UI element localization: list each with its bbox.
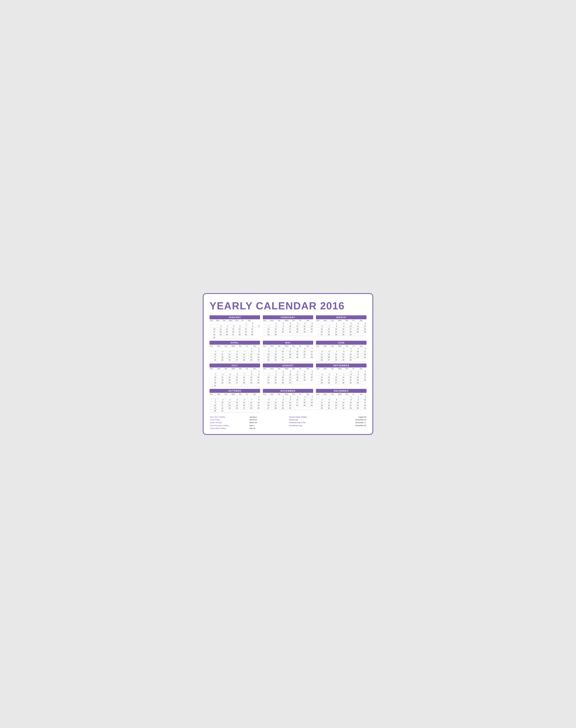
- holiday-label: Early May Bank Holiday: [210, 424, 248, 427]
- date-cell: [306, 358, 313, 361]
- date-cell: 30: [277, 381, 284, 384]
- date-cell: 13: [330, 401, 338, 404]
- month-table-november: SunMonTueWedThuFriSat1234567891011121314…: [263, 393, 313, 410]
- date-cell: 22: [330, 330, 338, 333]
- date-cell: 23: [253, 379, 260, 381]
- date-cell: 28: [306, 356, 313, 358]
- date-cell: 2: [338, 322, 345, 325]
- holiday-date-right: December 27: [328, 421, 366, 424]
- date-cell: [246, 396, 253, 398]
- date-cell: 20: [231, 356, 238, 358]
- date-cell: 1: [330, 322, 338, 325]
- date-cell: 1: [253, 396, 260, 398]
- date-cell: [263, 370, 270, 373]
- date-cell: 15: [270, 376, 277, 379]
- date-cell: 8: [253, 398, 260, 401]
- date-cell: 4: [217, 373, 224, 376]
- date-cell: 21: [263, 330, 270, 333]
- date-cell: [299, 407, 306, 409]
- date-cell: [224, 396, 231, 398]
- date-cell: 26: [224, 381, 231, 384]
- date-cell: 22: [270, 379, 277, 381]
- date-cell: [231, 384, 238, 387]
- day-label: Fri: [241, 319, 248, 322]
- date-cell: 29: [263, 358, 270, 361]
- date-cell: 16: [253, 376, 260, 379]
- holiday-date-right: December 26: [328, 418, 366, 421]
- day-label: Thu: [292, 393, 299, 396]
- date-cell: 9: [209, 401, 217, 404]
- date-cell: 27: [228, 333, 235, 336]
- date-cell: 7: [238, 373, 246, 376]
- date-cell: 20: [228, 330, 235, 333]
- date-cell: [323, 396, 330, 398]
- date-cell: 23: [345, 356, 352, 358]
- date-cell: 2: [352, 396, 359, 398]
- date-cell: [241, 336, 248, 339]
- date-cell: 29: [330, 333, 338, 336]
- date-cell: 27: [231, 358, 238, 361]
- month-header-july: JULY: [209, 363, 260, 368]
- date-cell: 24: [209, 358, 217, 361]
- date-cell: 22: [253, 404, 260, 407]
- day-label: Sun: [209, 345, 217, 347]
- date-cell: 4: [359, 347, 367, 350]
- month-table-august: SunMonTueWedThuFriSat1234567891011121314…: [263, 368, 313, 384]
- date-cell: [359, 358, 367, 361]
- date-cell: 6: [323, 350, 330, 353]
- date-cell: [224, 347, 231, 350]
- date-cell: 30: [253, 358, 260, 361]
- date-cell: 9: [352, 373, 359, 376]
- date-cell: 30: [284, 407, 292, 409]
- date-cell: 10: [284, 325, 292, 328]
- date-cell: 26: [323, 381, 330, 384]
- date-cell: 21: [238, 356, 246, 358]
- day-label: Tue: [224, 393, 231, 396]
- date-cell: 5: [316, 350, 323, 353]
- date-cell: 18: [217, 356, 224, 358]
- date-cell: 19: [323, 404, 330, 407]
- date-cell: 17: [209, 356, 217, 358]
- date-cell: 14: [238, 353, 246, 356]
- date-cell: [231, 370, 238, 373]
- date-cell: 3: [284, 322, 292, 325]
- date-cell: 10: [217, 401, 224, 404]
- date-cell: 3: [217, 398, 224, 401]
- day-label: Sun: [209, 393, 217, 396]
- date-cell: 18: [299, 401, 306, 404]
- day-label: Wed: [228, 319, 235, 322]
- date-cell: 6: [330, 398, 338, 401]
- date-cell: [299, 381, 306, 384]
- date-cell: [292, 333, 299, 336]
- day-label: Sun: [209, 368, 217, 370]
- day-label: Sat: [253, 368, 260, 370]
- month-header-april: APRIL: [209, 341, 260, 345]
- date-cell: 6: [238, 398, 246, 401]
- date-cell: 28: [323, 333, 330, 336]
- date-cell: [222, 322, 229, 325]
- date-cell: 7: [263, 373, 270, 376]
- month-header-march: MARCH: [316, 315, 367, 319]
- date-cell: [238, 409, 246, 412]
- day-label: Wed: [284, 345, 292, 347]
- date-cell: [224, 370, 231, 373]
- date-cell: 14: [323, 328, 330, 330]
- date-cell: 27: [330, 407, 338, 409]
- day-label: Mon: [323, 393, 330, 396]
- date-cell: 4: [352, 322, 359, 325]
- date-cell: 14: [263, 328, 270, 330]
- date-cell: 23: [284, 404, 292, 407]
- date-cell: 14: [246, 401, 253, 404]
- holiday-date: March 28: [250, 421, 287, 424]
- date-cell: [246, 384, 253, 387]
- date-cell: 13: [330, 376, 338, 379]
- title-year: 2016: [320, 300, 345, 312]
- day-label: Mon: [217, 368, 224, 370]
- day-label: Mon: [323, 368, 330, 370]
- date-cell: 25: [292, 379, 299, 381]
- day-label: Tue: [330, 393, 338, 396]
- date-cell: 20: [231, 379, 238, 381]
- date-cell: [224, 409, 231, 412]
- date-cell: 12: [359, 325, 367, 328]
- month-table-october: SunMonTueWedThuFriSat1234567891011121314…: [209, 393, 260, 412]
